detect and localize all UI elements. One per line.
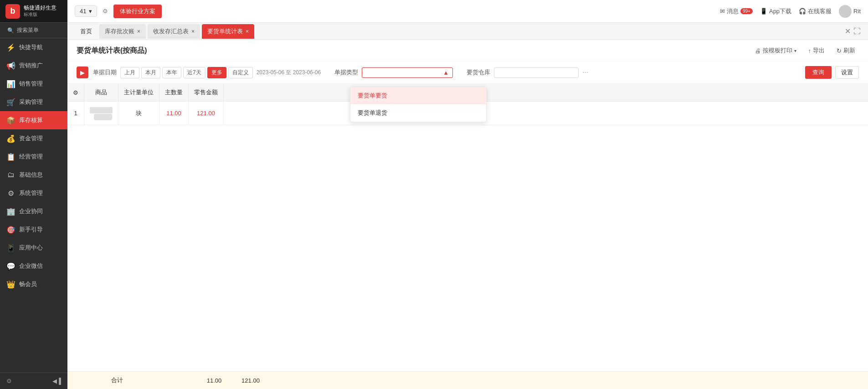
doctype-label: 单据类型 [334, 68, 358, 77]
basic-icon: 🗂 [6, 170, 15, 179]
date-label: 单据日期 [93, 68, 117, 77]
refresh-icon: ↻ [837, 47, 842, 54]
dropdown-item-order-goods[interactable]: 要货单要货 [350, 87, 486, 104]
export-btn[interactable]: ↑ 导出 [805, 45, 829, 56]
sidebar-item-operation[interactable]: 📋 经营管理 [0, 148, 67, 166]
sidebar-item-enterprise[interactable]: 🏢 企业协同 [0, 202, 67, 220]
store-selector[interactable]: 41 ▾ [75, 5, 97, 17]
operation-icon: 📋 [6, 152, 15, 161]
app-download-btn[interactable]: 📱 App下载 [760, 7, 791, 15]
col-settings[interactable]: ⚙ [67, 84, 84, 102]
date-btn-this-year[interactable]: 本年 [162, 67, 181, 78]
date-btn-last-month[interactable]: 上月 [120, 67, 139, 78]
col-empty [224, 84, 868, 102]
date-btn-custom[interactable]: 自定义 [228, 67, 253, 78]
sidebar-item-inventory[interactable]: 📦 库存核算 [0, 111, 67, 129]
warehouse-more-btn[interactable]: ··· [582, 68, 588, 77]
date-btn-more[interactable]: 更多 [207, 67, 226, 78]
filter-doctype-group: 单据类型 ▲ [334, 67, 453, 78]
page-header: 要货单统计表(按商品) 🖨 按模板打印 ▾ ↑ 导出 ↻ 刷新 [67, 40, 868, 61]
tab-order-summary-close[interactable]: × [246, 28, 249, 35]
sidebar-item-purchase[interactable]: 🛒 采购管理 [0, 93, 67, 111]
sidebar-item-basic[interactable]: 🗂 基础信息 [0, 166, 67, 184]
tab-order-summary[interactable]: 要货单统计表 × [202, 24, 254, 39]
tab-batch-accounts-close[interactable]: × [137, 28, 140, 35]
goods-placeholder-2 [94, 114, 112, 120]
sidebar-nav: ⚡ 快捷导航 📢 营销推广 📊 销售管理 🛒 采购管理 📦 库存核算 💰 资金管… [0, 38, 67, 373]
cell-seq: 1 [67, 102, 84, 125]
content-area: 要货单统计表(按商品) 🖨 按模板打印 ▾ ↑ 导出 ↻ 刷新 [67, 40, 868, 389]
refresh-btn[interactable]: ↻ 刷新 [833, 45, 859, 56]
collapse-icon[interactable]: ◀▐ [52, 378, 61, 384]
filter-bar: ▶ 单据日期 上月 本月 本年 近7天 更多 自定义 2023-05-06 至 … [67, 61, 868, 84]
goods-placeholder-1 [90, 107, 113, 113]
enterprise-icon: 🏢 [6, 207, 15, 216]
sidebar-item-system[interactable]: ⚙ 系统管理 [0, 184, 67, 202]
marketing-icon: 📢 [6, 61, 15, 70]
print-btn[interactable]: 🖨 按模板打印 ▾ [751, 45, 800, 56]
dropdown-item-order-return[interactable]: 要货单退货 [350, 104, 486, 122]
settings-footer-icon[interactable]: ⚙ [6, 378, 12, 384]
tab-receivables-close[interactable]: × [191, 28, 195, 35]
table-container: ⚙ 商品 主计量单位 主数量 零售金额 1 [67, 84, 868, 371]
logo-text: 畅捷通好生意 标准版 [24, 5, 56, 18]
phone-icon: 📱 [760, 8, 767, 15]
sidebar-item-quick-nav[interactable]: ⚡ 快捷导航 [0, 38, 67, 56]
topbar: 41 ▾ ⚙ 体验行业方案 ✉ 消息 99+ 📱 App下载 🎧 在线客服 R [67, 0, 868, 23]
quick-nav-icon: ⚡ [6, 43, 15, 52]
table-footer: 合计 11.00 121.00 [67, 371, 868, 389]
guide-icon: 🎯 [6, 225, 15, 234]
tab-controls: ✕ ⛶ [845, 27, 861, 36]
settings-topbar-icon[interactable]: ⚙ [103, 8, 108, 15]
export-icon: ↑ [808, 47, 812, 54]
store-dropdown-icon: ▾ [89, 8, 92, 15]
support-btn[interactable]: 🎧 在线客服 [799, 7, 832, 15]
tab-expand[interactable]: ⛶ [853, 27, 861, 36]
messages-btn[interactable]: ✉ 消息 99+ [720, 7, 753, 15]
print-icon: 🖨 [755, 47, 761, 54]
headset-icon: 🎧 [799, 8, 806, 15]
doctype-select[interactable]: ▲ [362, 67, 453, 78]
sidebar-logo: b 畅捷通好生意 标准版 [0, 0, 67, 23]
tab-batch-accounts[interactable]: 库存批次账 × [99, 24, 146, 39]
query-button[interactable]: 查询 [805, 66, 832, 79]
sidebar-search[interactable]: 🔍 搜索菜单 [0, 23, 67, 38]
doctype-arrow-icon: ▲ [443, 69, 449, 76]
date-btn-7days[interactable]: 近7天 [183, 67, 205, 78]
filter-expand-btn[interactable]: ▶ [77, 67, 88, 78]
message-icon: ✉ [720, 8, 725, 15]
page-container: 要货单统计表(按商品) 🖨 按模板打印 ▾ ↑ 导出 ↻ 刷新 [67, 40, 868, 389]
user-avatar-area[interactable]: Rit [839, 5, 861, 18]
industry-btn[interactable]: 体验行业方案 [113, 5, 162, 18]
print-dropdown-icon: ▾ [794, 48, 796, 53]
sidebar-item-member[interactable]: 👑 畅会员 [0, 275, 67, 293]
sidebar-item-apps[interactable]: 📱 应用中心 [0, 239, 67, 257]
purchase-icon: 🛒 [6, 97, 15, 107]
sidebar-item-finance[interactable]: 💰 资金管理 [0, 129, 67, 148]
tab-home[interactable]: 首页 [75, 24, 98, 39]
col-amount: 零售金额 [189, 84, 224, 102]
date-quick-buttons: 上月 本月 本年 近7天 更多 自定义 [120, 67, 253, 78]
tab-receivables[interactable]: 收发存汇总表 × [148, 24, 200, 39]
warehouse-input[interactable] [494, 67, 579, 78]
main-area: 41 ▾ ⚙ 体验行业方案 ✉ 消息 99+ 📱 App下载 🎧 在线客服 R [67, 0, 868, 389]
filter-action-buttons: 查询 设置 [805, 66, 859, 79]
message-badge: 99+ [740, 8, 753, 14]
sidebar-item-guide[interactable]: 🎯 新手引导 [0, 220, 67, 239]
sidebar-item-wechat[interactable]: 💬 企业微信 [0, 257, 67, 275]
inventory-icon: 📦 [6, 116, 15, 125]
date-btn-this-month[interactable]: 本月 [141, 67, 160, 78]
sidebar-item-sales[interactable]: 📊 销售管理 [0, 75, 67, 93]
sidebar: b 畅捷通好生意 标准版 🔍 搜索菜单 ⚡ 快捷导航 📢 营销推广 📊 销售管理… [0, 0, 67, 389]
wechat-icon: 💬 [6, 261, 15, 271]
col-unit: 主计量单位 [118, 84, 159, 102]
col-goods: 商品 [84, 84, 118, 102]
warehouse-label: 要货仓库 [467, 68, 490, 77]
sidebar-item-marketing[interactable]: 📢 营销推广 [0, 56, 67, 75]
user-avatar [839, 5, 852, 18]
settings-button[interactable]: 设置 [835, 66, 859, 79]
logo-icon: b [5, 4, 20, 19]
tab-close-all[interactable]: ✕ [845, 27, 851, 36]
footer-amount: 121.00 [232, 377, 269, 384]
system-icon: ⚙ [6, 189, 15, 198]
